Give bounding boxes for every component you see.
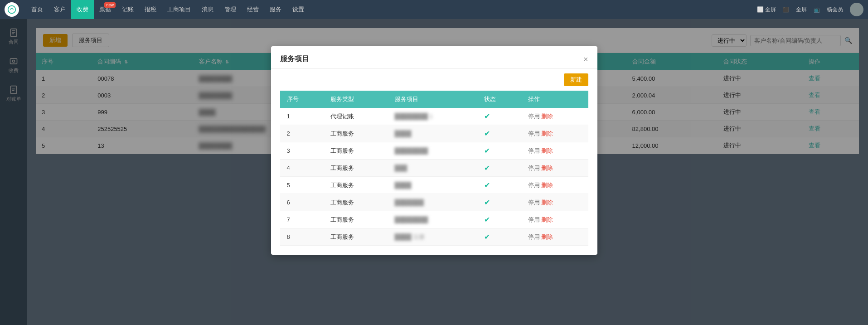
list-item: 2 工商服务 ████ ✔ 停用 删除: [280, 125, 588, 142]
modal-cell-item: ███████: [388, 194, 478, 211]
modal-cell-status: ✔: [477, 177, 521, 194]
status-active-icon: ✔: [484, 164, 490, 172]
user-avatar[interactable]: [850, 3, 863, 16]
modal-cell-item: ████████: [388, 211, 478, 228]
new-badge: new: [104, 2, 116, 8]
modal-cell-seq: 4: [280, 160, 324, 177]
modal-cell-item: ████████ 1: [388, 108, 478, 125]
modal-cell-action[interactable]: 停用 删除: [521, 211, 588, 228]
delete-button[interactable]: 删除: [541, 147, 553, 155]
svg-point-0: [8, 6, 16, 14]
list-item: 1 代理记账 ████████ 1 ✔ 停用 删除: [280, 108, 588, 125]
modal-cell-action[interactable]: 停用 删除: [521, 125, 588, 142]
stop-button[interactable]: 停用: [528, 216, 540, 224]
stop-button[interactable]: 停用: [528, 147, 540, 155]
modal-cell-item: ████: [388, 125, 478, 142]
modal-cell-status: ✔: [477, 228, 521, 246]
modal-cell-status: ✔: [477, 125, 521, 142]
modal-cell-status: ✔: [477, 211, 521, 228]
modal-cell-seq: 1: [280, 108, 324, 125]
list-item: 8 工商服务 ████ 注册 ✔ 停用 删除: [280, 228, 588, 246]
modal-overlay[interactable]: 服务项目 × 新建 序号 服务类型 服务项目 状态: [27, 19, 868, 325]
delete-button[interactable]: 删除: [541, 164, 553, 172]
modal-cell-type: 工商服务: [324, 142, 388, 160]
modal-cell-action[interactable]: 停用 删除: [521, 177, 588, 194]
delete-button[interactable]: 删除: [541, 181, 553, 189]
modal-cell-type: 工商服务: [324, 125, 388, 142]
modal-cell-item: ████: [388, 177, 478, 194]
stop-button[interactable]: 停用: [528, 112, 540, 121]
modal-col-seq: 序号: [280, 91, 324, 108]
modal-header: 服务项目 ×: [271, 46, 597, 69]
top-nav-right: ⬜ 全屏 ⬛ 全屏 📺 畅会员: [757, 3, 863, 16]
modal-cell-item: ████████: [388, 142, 478, 160]
delete-button[interactable]: 删除: [541, 233, 553, 241]
stop-button[interactable]: 停用: [528, 233, 540, 241]
nav-operation[interactable]: 经营: [242, 0, 264, 19]
modal-new-button[interactable]: 新建: [564, 73, 588, 86]
modal-cell-type: 工商服务: [324, 160, 388, 177]
top-nav: 首页 客户 收费 票据 new 记账 报税 工商项目 消息 管理 经营 服务 设…: [0, 0, 868, 19]
modal-col-action: 操作: [521, 91, 588, 108]
modal-cell-action[interactable]: 停用 删除: [521, 194, 588, 211]
list-item: 7 工商服务 ████████ ✔ 停用 删除: [280, 211, 588, 228]
delete-button[interactable]: 删除: [541, 216, 553, 224]
fullscreen-btn[interactable]: ⬜ 全屏: [757, 6, 776, 14]
modal-cell-action[interactable]: 停用 删除: [521, 228, 588, 246]
modal-cell-item: ███: [388, 160, 478, 177]
stop-button[interactable]: 停用: [528, 164, 540, 172]
delete-button[interactable]: 删除: [541, 130, 553, 138]
stop-button[interactable]: 停用: [528, 130, 540, 138]
list-item: 6 工商服务 ███████ ✔ 停用 删除: [280, 194, 588, 211]
nav-home[interactable]: 首页: [26, 0, 48, 19]
modal-cell-action[interactable]: 停用 删除: [521, 142, 588, 160]
status-active-icon: ✔: [484, 233, 490, 241]
nav-manage[interactable]: 管理: [219, 0, 242, 19]
nav-service[interactable]: 服务: [264, 0, 287, 19]
status-active-icon: ✔: [484, 199, 490, 206]
modal-cell-seq: 5: [280, 177, 324, 194]
stop-button[interactable]: 停用: [528, 199, 540, 207]
logo-icon: [5, 2, 19, 17]
delete-button[interactable]: 删除: [541, 199, 553, 207]
modal-col-item: 服务项目: [388, 91, 478, 108]
service-items-modal: 服务项目 × 新建 序号 服务类型 服务项目 状态: [271, 46, 597, 255]
modal-cell-action[interactable]: 停用 删除: [521, 160, 588, 177]
modal-col-type: 服务类型: [324, 91, 388, 108]
modal-cell-seq: 3: [280, 142, 324, 160]
nav-customer[interactable]: 客户: [48, 0, 71, 19]
modal-cell-seq: 7: [280, 211, 324, 228]
main-layout: 合同 收费 对账单 新增 服务项目: [0, 19, 868, 325]
list-item: 3 工商服务 ████████ ✔ 停用 删除: [280, 142, 588, 160]
nav-settings[interactable]: 设置: [287, 0, 310, 19]
status-active-icon: ✔: [484, 112, 490, 120]
modal-cell-type: 工商服务: [324, 228, 388, 246]
modal-cell-item: ████ 注册: [388, 228, 478, 246]
nav-fee[interactable]: 收费: [71, 0, 94, 19]
modal-col-status: 状态: [477, 91, 521, 108]
modal-cell-type: 工商服务: [324, 177, 388, 194]
nav-bookkeeping[interactable]: 记账: [116, 0, 139, 19]
modal-cell-status: ✔: [477, 108, 521, 125]
modal-toolbar: 新建: [271, 69, 597, 91]
nav-tax[interactable]: 报税: [139, 0, 162, 19]
modal-close-button[interactable]: ×: [583, 55, 588, 63]
status-active-icon: ✔: [484, 147, 490, 155]
nav-invoice[interactable]: 票据 new: [94, 0, 116, 19]
modal-cell-seq: 6: [280, 194, 324, 211]
stop-button[interactable]: 停用: [528, 181, 540, 189]
modal-title: 服务项目: [280, 54, 309, 64]
member-text[interactable]: 畅会员: [827, 6, 843, 14]
delete-button[interactable]: 删除: [541, 112, 553, 121]
status-active-icon: ✔: [484, 181, 490, 189]
member-label[interactable]: 全屏: [796, 6, 807, 14]
list-item: 5 工商服务 ████ ✔ 停用 删除: [280, 177, 588, 194]
modal-cell-seq: 8: [280, 228, 324, 246]
modal-cell-status: ✔: [477, 142, 521, 160]
modal-cell-status: ✔: [477, 194, 521, 211]
nav-business[interactable]: 工商项目: [162, 0, 196, 19]
modal-cell-action[interactable]: 停用 删除: [521, 108, 588, 125]
modal-cell-type: 代理记账: [324, 108, 388, 125]
nav-message[interactable]: 消息: [196, 0, 219, 19]
modal-body: 序号 服务类型 服务项目 状态 操作 1 代理记账 ████████ 1 ✔: [271, 91, 597, 255]
